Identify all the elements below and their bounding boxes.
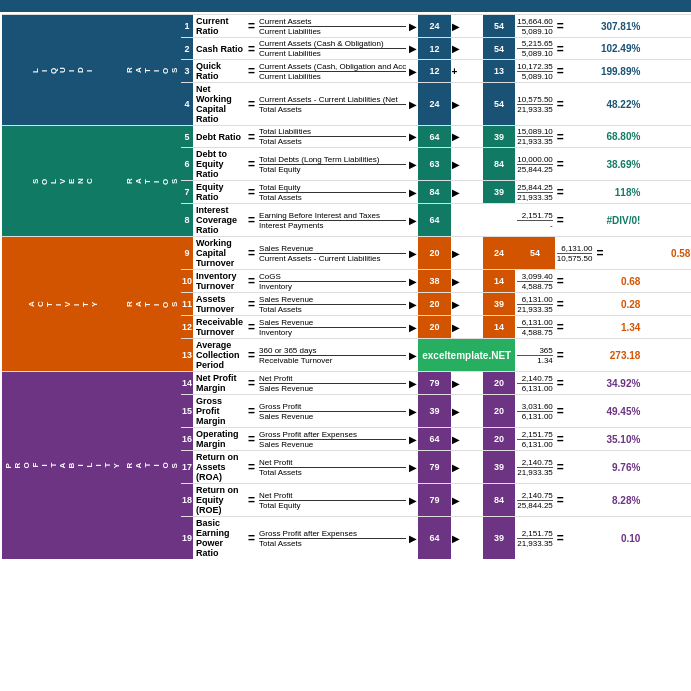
arrow-1: ▶ — [408, 15, 418, 38]
arrow-1: ▶ — [408, 126, 418, 148]
value-fraction: 2,151.75 - — [515, 204, 555, 237]
box-empty2 — [483, 204, 515, 237]
arrow-2: ▶ — [451, 451, 483, 484]
box-1: 39 — [418, 395, 450, 428]
equals-sign-2: = — [555, 484, 595, 517]
equals-sign-2: = — [555, 270, 595, 293]
box-2: 39 — [483, 181, 515, 204]
formula-cell: Net Profit Total Equity — [257, 484, 408, 517]
row-number: 7 — [181, 181, 193, 204]
box-1: 79 — [418, 451, 450, 484]
formula-cell: Sales Revenue Current Assets - Current L… — [257, 237, 408, 270]
row-number: 2 — [181, 38, 193, 60]
equals-sign-2: = — [555, 204, 595, 237]
box-2: 84 — [483, 484, 515, 517]
arrow-2: ▶ — [451, 316, 483, 339]
ratio-label: Return on Assets (ROA) — [193, 451, 246, 484]
equals-sign-2: = — [555, 15, 595, 38]
box-1: 20 — [418, 237, 450, 270]
box-1: 12 — [418, 38, 450, 60]
equals-sign-2: = — [555, 60, 595, 83]
equals-sign: = — [246, 15, 257, 38]
table-wrapper: LIQUIDI RATIOS 1 Current Ratio = Current… — [0, 12, 691, 561]
value-fraction: 10,000.00 25,844.25 — [515, 148, 555, 181]
formula-cell: Current Assets (Cash, Obligation and Acc… — [257, 60, 408, 83]
equals-sign: = — [246, 395, 257, 428]
arrow-2: ▶ — [451, 83, 483, 126]
ratio-label: Current Ratio — [193, 15, 246, 38]
arrow-2: ▶ — [451, 270, 483, 293]
result-value: 307.81% — [594, 15, 644, 38]
equals-sign: = — [246, 126, 257, 148]
header — [0, 0, 691, 12]
equals-sign: = — [246, 293, 257, 316]
ratio-label: Interest Coverage Ratio — [193, 204, 246, 237]
ratio-label: Average Collection Period — [193, 339, 246, 372]
formula-cell: Net Profit Sales Revenue — [257, 372, 408, 395]
arrow-1: ▶ — [408, 293, 418, 316]
result-value: 1.34 — [594, 316, 644, 339]
equals-sign: = — [246, 204, 257, 237]
arrow-1: ▶ — [408, 270, 418, 293]
equals-sign: = — [246, 484, 257, 517]
row-number: 4 — [181, 83, 193, 126]
equals-sign: = — [246, 339, 257, 372]
box-2: 84 — [483, 148, 515, 181]
arrow-2: ▶ — [451, 395, 483, 428]
box-2: 24 — [483, 237, 515, 270]
equals-sign: = — [246, 148, 257, 181]
row-number: 16 — [181, 428, 193, 451]
row-number: 5 — [181, 126, 193, 148]
box-2: 20 — [483, 395, 515, 428]
box-2: 54 — [483, 38, 515, 60]
value-fraction: 6,131.00 21,933.35 — [515, 293, 555, 316]
box-2: 14 — [483, 316, 515, 339]
table-row: SOLVENC RATIOS 5 Debt Ratio = Total Liab… — [2, 126, 691, 148]
arrow-1: ▶ — [408, 517, 418, 560]
result-value: 0.68 — [594, 270, 644, 293]
formula-cell: Total Equity Total Assets — [257, 181, 408, 204]
value-fraction: 3,099.40 4,588.75 — [515, 270, 555, 293]
arrow-1: ▶ — [408, 484, 418, 517]
main-container: LIQUIDI RATIOS 1 Current Ratio = Current… — [0, 0, 691, 561]
arrow-2: ▶ — [451, 517, 483, 560]
ratio-label: Net Profit Margin — [193, 372, 246, 395]
ratio-label: Basic Earning Power Ratio — [193, 517, 246, 560]
row-number: 10 — [181, 270, 193, 293]
box-2: 39 — [483, 126, 515, 148]
ratio-label: Debt Ratio — [193, 126, 246, 148]
section-label-ratios: RATIOS — [123, 372, 181, 560]
result-value: 0.10 — [594, 517, 644, 560]
equals-sign: = — [246, 237, 257, 270]
row-number: 14 — [181, 372, 193, 395]
row-number: 15 — [181, 395, 193, 428]
arrow-2: ▶ — [451, 126, 483, 148]
arrow-2: ▶ — [451, 15, 483, 38]
arrow-1: ▶ — [408, 237, 418, 270]
watermark-cell: exceltemplate.NET — [418, 339, 515, 372]
plus-sign: + — [451, 60, 483, 83]
ratio-label: Operating Margin — [193, 428, 246, 451]
value-fraction: 5,215.65 5,089.10 — [515, 38, 555, 60]
arrow-1: ▶ — [408, 395, 418, 428]
formula-cell: Total Liabilities Total Assets — [257, 126, 408, 148]
equals-sign-2: = — [594, 237, 644, 270]
arrow-1: ▶ — [408, 38, 418, 60]
ratio-label: Return on Equity (ROE) — [193, 484, 246, 517]
result-value: 273.18 — [594, 339, 644, 372]
arrow-1: ▶ — [408, 316, 418, 339]
arrow-1: ▶ — [408, 372, 418, 395]
box-2: 54 — [483, 15, 515, 38]
arrow-1: ▶ — [408, 204, 418, 237]
value-fraction: 2,140.75 25,844.25 — [515, 484, 555, 517]
box-2: 39 — [483, 517, 515, 560]
box-1: 84 — [418, 181, 450, 204]
row-number: 11 — [181, 293, 193, 316]
value-fraction: 25,844.25 21,933.35 — [515, 181, 555, 204]
result-value: 38.69% — [594, 148, 644, 181]
result-value: 0.58 — [644, 237, 691, 270]
equals-sign-2: = — [555, 148, 595, 181]
arrow-1: ▶ — [408, 451, 418, 484]
box-1: 20 — [418, 316, 450, 339]
arrow-1: ▶ — [408, 428, 418, 451]
